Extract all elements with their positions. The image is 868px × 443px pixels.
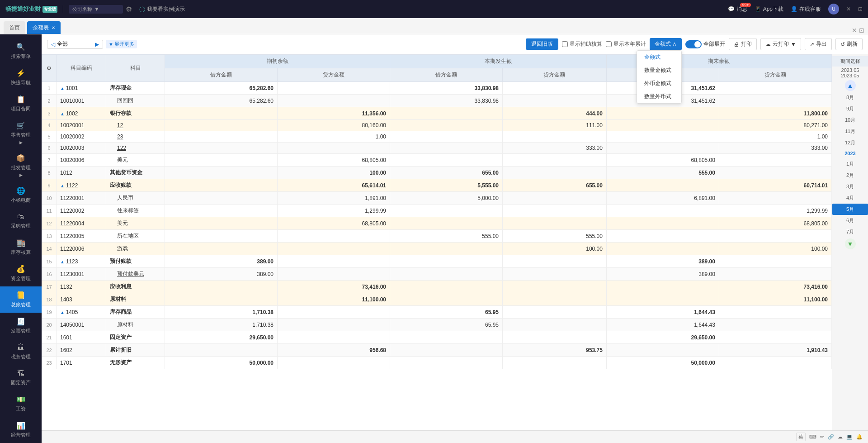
row-code: 14050001 <box>57 319 106 331</box>
table-row: 1211220004美元68,805.0068,805.00 <box>42 217 832 230</box>
column-settings-icon[interactable]: ⚙ <box>47 65 52 71</box>
dropdown-item-1[interactable]: 数量金额式 <box>637 64 681 77</box>
sidebar-item-retail[interactable]: 🛒 零售管理 ▶ <box>0 117 42 149</box>
period-9[interactable]: 9月 <box>832 103 868 114</box>
user-avatar-btn[interactable]: U <box>828 4 839 14</box>
period-12[interactable]: 12月 <box>832 137 868 148</box>
period-11[interactable]: 11月 <box>832 126 868 137</box>
status-lang[interactable]: 英 <box>796 433 806 441</box>
sidebar-item-ecommerce[interactable]: 🌐 小畅电商 <box>0 182 42 208</box>
print-btn[interactable]: 🖨 打印 <box>729 38 757 50</box>
sidebar-item-operations[interactable]: 📊 经营管理 <box>0 417 42 443</box>
period-down-btn[interactable]: ▼ <box>845 238 856 249</box>
sidebar-item-ledger[interactable]: 📒 总账管理 <box>0 286 42 313</box>
expand-all-toggle[interactable]: 全部展开 <box>685 40 725 48</box>
expand-more-btn[interactable]: ▼ 展开更多 <box>106 40 137 48</box>
tab-home[interactable]: 首页 <box>4 21 25 34</box>
table-row: 1311220005所在地区555.00555.00 <box>42 230 832 243</box>
sidebar-item-purchase[interactable]: 🛍 采购管理 <box>0 208 42 234</box>
app-logo: 畅捷通好业财 专业版 <box>5 5 57 13</box>
return-old-btn[interactable]: 退回旧版 <box>526 38 558 50</box>
row-current-credit: 555.00 <box>503 230 607 243</box>
dropdown-item-2[interactable]: 外币金额式 <box>637 77 681 90</box>
period-2[interactable]: 2月 <box>832 170 868 181</box>
tab-list-btn[interactable]: ✕ <box>852 27 857 34</box>
sidebar-item-tax[interactable]: 🏛 税务管理 <box>0 339 42 365</box>
toggle-track[interactable] <box>685 40 702 48</box>
tab-close-btn[interactable]: ✕ <box>52 25 55 30</box>
row-opening-credit <box>278 268 390 281</box>
search-arrow-right[interactable]: ▶ <box>95 41 99 48</box>
period-8[interactable]: 8月 <box>832 92 868 103</box>
auxiliary-checkbox[interactable] <box>562 41 568 47</box>
row-opening-credit <box>278 319 390 331</box>
table-row: 19▲ 1405库存商品1,710.3865.951,644.43 <box>42 306 832 319</box>
cloud-print-btn[interactable]: ☁ 云打印 ▼ <box>760 38 801 50</box>
period-1[interactable]: 1月 <box>832 158 868 170</box>
sidebar-item-ecommerce-label: 小畅电商 <box>11 197 31 204</box>
row-closing-credit <box>719 82 831 95</box>
period-7[interactable]: 7月 <box>832 226 868 238</box>
status-bell[interactable]: 🔔 <box>856 434 863 440</box>
row-name[interactable]: 122 <box>106 143 165 154</box>
row-num: 8 <box>42 167 57 179</box>
period-4[interactable]: 4月 <box>832 192 868 204</box>
view-mode-btn[interactable]: 金额式 ∧ <box>650 38 682 50</box>
sidebar-item-invoice[interactable]: 🧾 发票管理 <box>0 313 42 339</box>
period-3[interactable]: 3月 <box>832 181 868 192</box>
ytd-checkbox[interactable] <box>606 41 612 47</box>
row-closing-debit <box>606 131 719 143</box>
message-badge: 99+ <box>740 3 750 7</box>
sidebar-item-capital[interactable]: 💰 资金管理 <box>0 260 42 286</box>
expand-all-label: 全部展开 <box>703 40 725 48</box>
dropdown-item-3[interactable]: 数量外币式 <box>637 90 681 103</box>
row-closing-credit <box>719 268 831 281</box>
refresh-btn[interactable]: ↺ 刷新 <box>835 38 863 50</box>
table-row: 9▲ 1122应收账款65,614.015,555.00655.0060,714… <box>42 179 832 192</box>
period-6[interactable]: 6月 <box>832 215 868 226</box>
sidebar-item-search[interactable]: 🔍 搜索菜单 <box>0 38 42 64</box>
close-app-btn[interactable]: ✕ <box>846 6 851 12</box>
sidebar-item-payroll[interactable]: 💵 工资 <box>0 391 42 417</box>
row-current-credit <box>503 167 607 179</box>
top-bar-right: 💬 消息 99+ 📱 App下载 👤 在线客服 U ✕ ⊡ <box>728 4 863 14</box>
message-btn[interactable]: 💬 消息 99+ <box>728 5 747 13</box>
row-name: 固定资产 <box>106 331 165 344</box>
period-2023[interactable]: 2023 <box>832 148 868 158</box>
sidebar-item-quick-nav[interactable]: ⚡ 快捷导航 <box>0 64 42 91</box>
tab-balance[interactable]: 余额表 ✕ <box>27 21 61 34</box>
sidebar-item-project[interactable]: 📋 项目合同 <box>0 91 42 117</box>
row-closing-credit: 11,100.00 <box>719 293 831 306</box>
demo-link[interactable]: ◯ 我要看实例演示 <box>139 5 185 13</box>
view-mode-dropdown[interactable]: 金额式 ∧ 金额式 数量金额式 外币金额式 数量外币式 <box>650 38 682 50</box>
period-up-btn[interactable]: ▲ <box>845 80 856 91</box>
row-name[interactable]: 23 <box>106 131 165 143</box>
row-name[interactable]: 预付款美元 <box>106 268 165 281</box>
search-company[interactable]: 公司名称 ▼ <box>69 5 123 14</box>
sidebar-item-wholesale[interactable]: 📦 批发管理 ▶ <box>0 149 42 182</box>
minimize-btn[interactable]: ⊡ <box>858 6 863 12</box>
status-keyboard[interactable]: ⌨ <box>809 434 816 440</box>
sidebar-item-stock[interactable]: 🏬 库存核算 <box>0 234 42 260</box>
maximize-btn[interactable]: ⊡ <box>859 27 864 34</box>
period-10[interactable]: 10月 <box>832 114 868 126</box>
sidebar-item-assets[interactable]: 🏗 固定资产 <box>0 365 42 391</box>
row-name[interactable]: 12 <box>106 120 165 131</box>
th-settings[interactable]: ⚙ <box>42 55 57 82</box>
row-current-debit: 555.00 <box>390 230 503 243</box>
row-opening-debit <box>165 230 278 243</box>
period-5[interactable]: 5月 <box>832 204 868 215</box>
search-box[interactable]: ◁ ▶ <box>47 40 103 49</box>
show-auxiliary-check[interactable]: 显示辅助核算 <box>562 40 602 48</box>
app-download-btn[interactable]: 📱 App下载 <box>755 5 783 13</box>
row-opening-debit <box>165 192 278 205</box>
online-service-btn[interactable]: 👤 在线客服 <box>791 5 821 13</box>
export-btn[interactable]: ↗ 导出 <box>805 38 832 50</box>
dropdown-item-0[interactable]: 金额式 <box>637 51 681 64</box>
settings-gear[interactable]: ⚙ <box>126 5 132 14</box>
search-input[interactable] <box>57 41 93 48</box>
show-ytd-check[interactable]: 显示本年累计 <box>606 40 646 48</box>
table-wrapper: ⚙ 科目编码 科目 期初余额 本期发生额 期末余额 借方金额 贷方金额 借方金额 <box>42 54 832 430</box>
row-name: 美元 <box>106 217 165 230</box>
search-arrow-left[interactable]: ◁ <box>51 41 55 48</box>
